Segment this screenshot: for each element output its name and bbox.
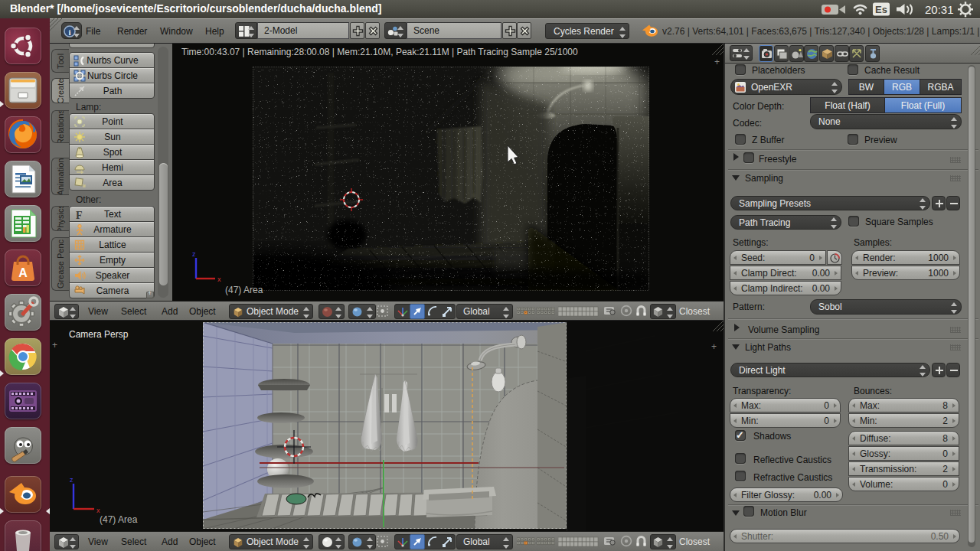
svg-text:A: A xyxy=(18,266,28,279)
svg-text:(47) Area: (47) Area xyxy=(100,514,138,525)
svg-text:x: x xyxy=(96,507,100,514)
svg-text:20:31: 20:31 xyxy=(925,3,954,16)
svg-text:+: + xyxy=(711,341,717,352)
svg-text:Camera Persp: Camera Persp xyxy=(69,329,129,340)
svg-text:+: + xyxy=(52,340,57,350)
svg-text:z: z xyxy=(192,250,196,258)
svg-text:x: x xyxy=(217,276,221,283)
svg-text:i: i xyxy=(68,28,70,37)
svg-text:+: + xyxy=(714,57,720,67)
svg-text:Es: Es xyxy=(875,4,887,15)
svg-text:z: z xyxy=(70,476,74,484)
